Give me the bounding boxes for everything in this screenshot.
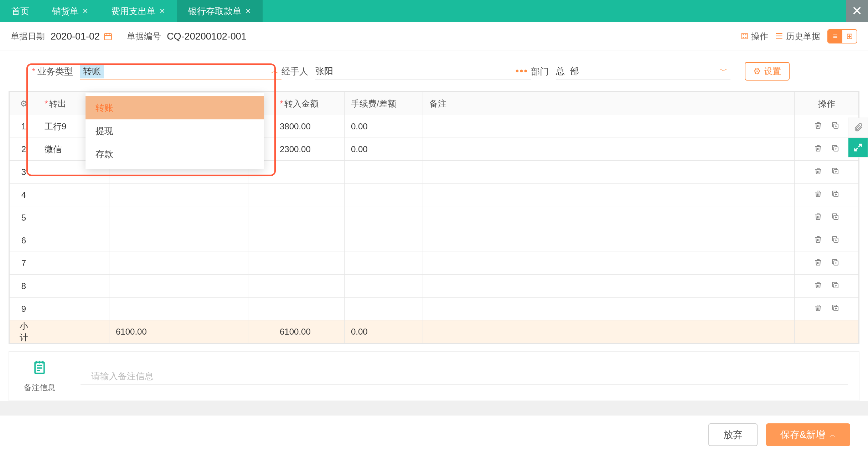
copy-icon[interactable] xyxy=(831,167,839,177)
delete-icon[interactable] xyxy=(814,190,822,200)
chevron-up-icon: ︿ xyxy=(271,66,279,76)
copy-icon[interactable] xyxy=(831,281,839,292)
copy-icon[interactable] xyxy=(831,190,839,200)
list-icon: ☰ xyxy=(775,31,783,41)
doc-no-value: CQ-20200102-001 xyxy=(167,31,247,42)
subtotal-out: 6100.00 xyxy=(109,320,248,344)
tab-expense[interactable]: 费用支出单✕ xyxy=(100,0,177,22)
delete-icon[interactable] xyxy=(814,235,822,246)
remark-input[interactable]: 请输入备注信息 xyxy=(81,367,848,385)
delete-icon[interactable] xyxy=(814,281,822,292)
date-value[interactable]: 2020-01-02 xyxy=(51,31,100,42)
note-icon xyxy=(32,360,47,379)
meta-bar: 单据日期 2020-01-02 单据编号 CQ-20200102-001 ⚃操作… xyxy=(0,22,868,51)
copy-icon[interactable] xyxy=(831,121,839,132)
close-icon[interactable]: ✕ xyxy=(82,7,88,15)
handler-label: 经手人 xyxy=(281,66,308,77)
subtotal-row: 小计 6100.00 6100.00 0.00 xyxy=(10,320,859,344)
table-row[interactable]: 9 xyxy=(10,298,859,320)
side-tools xyxy=(848,118,868,158)
date-label: 单据日期 xyxy=(11,31,45,42)
delete-icon[interactable] xyxy=(814,212,822,223)
copy-icon[interactable] xyxy=(831,235,839,246)
dept-value: 总 部 xyxy=(556,65,580,77)
chevron-up-icon: ︿ xyxy=(830,430,836,439)
delete-icon[interactable] xyxy=(814,167,822,177)
subtotal-in: 6100.00 xyxy=(273,320,345,344)
col-action: 操作 xyxy=(795,92,859,115)
copy-icon[interactable] xyxy=(831,304,839,314)
copy-icon[interactable] xyxy=(831,144,839,155)
view-list-icon[interactable]: ≡ xyxy=(828,30,842,43)
view-card-icon[interactable]: ⊞ xyxy=(842,30,857,43)
table-row[interactable]: 6 xyxy=(10,229,859,252)
copy-icon[interactable] xyxy=(831,258,839,269)
subtotal-label: 小计 xyxy=(10,320,38,344)
biz-type-label: 业务类型 xyxy=(37,66,73,77)
more-icon[interactable]: ••• xyxy=(516,65,528,77)
col-out-account: 转出 xyxy=(49,99,66,108)
biz-type-group: * 业务类型 转账 ︿ xyxy=(32,63,281,79)
biz-type-dropdown: 转账 提现 存款 xyxy=(86,93,264,169)
dropdown-option-withdraw[interactable]: 提现 xyxy=(86,119,264,143)
top-tab-bar: 首页 销货单✕ 费用支出单✕ 银行存取款单✕ ✕ xyxy=(0,0,868,22)
biz-type-value: 转账 xyxy=(80,64,104,78)
subtotal-fee: 0.00 xyxy=(345,320,423,344)
grid-icon: ⚃ xyxy=(741,31,748,41)
col-remark: 备注 xyxy=(423,92,795,115)
delete-icon[interactable] xyxy=(814,258,822,269)
table-row[interactable]: 4 xyxy=(10,184,859,206)
settings-button[interactable]: ⚙ 设置 xyxy=(745,62,790,81)
table-row[interactable]: 8 xyxy=(10,275,859,298)
dept-select[interactable]: 总 部 ﹀ xyxy=(556,63,730,79)
close-icon[interactable]: ✕ xyxy=(245,7,251,15)
svg-rect-0 xyxy=(104,33,112,40)
remark-section: 备注信息 请输入备注信息 xyxy=(9,351,859,401)
copy-icon[interactable] xyxy=(831,212,839,223)
save-and-new-button[interactable]: 保存&新增︿ xyxy=(766,423,850,446)
dept-label: 部门 xyxy=(531,66,549,77)
col-fee: 手续费/差额 xyxy=(345,92,423,115)
dropdown-option-transfer[interactable]: 转账 xyxy=(86,96,264,119)
table-settings-icon[interactable]: ⚙ xyxy=(10,92,38,115)
panel-close-button[interactable]: ✕ xyxy=(846,0,868,22)
col-in-amount: 转入金额 xyxy=(284,99,319,108)
handler-input[interactable]: 张阳 ••• xyxy=(315,63,531,79)
calendar-icon[interactable] xyxy=(103,32,113,41)
handler-group: 经手人 张阳 ••• xyxy=(281,63,531,79)
form-row: * 业务类型 转账 ︿ 经手人 张阳 ••• 部门 总 部 ﹀ ⚙ 设置 xyxy=(0,51,868,88)
delete-icon[interactable] xyxy=(814,121,822,132)
remark-label: 备注信息 xyxy=(24,382,55,393)
operate-button[interactable]: ⚃操作 xyxy=(741,31,768,42)
expand-button[interactable] xyxy=(848,138,868,158)
chevron-down-icon: ﹀ xyxy=(720,66,728,76)
table-row[interactable]: 5 xyxy=(10,206,859,229)
tab-bank[interactable]: 银行存取款单✕ xyxy=(177,0,263,22)
biz-type-select[interactable]: 转账 ︿ xyxy=(80,63,281,79)
delete-icon[interactable] xyxy=(814,144,822,155)
dept-group: 部门 总 部 ﹀ xyxy=(531,63,730,79)
view-toggle[interactable]: ≡ ⊞ xyxy=(827,29,857,43)
handler-value: 张阳 xyxy=(315,65,333,77)
close-icon[interactable]: ✕ xyxy=(159,7,165,15)
cancel-button[interactable]: 放弃 xyxy=(708,423,758,446)
tab-home[interactable]: 首页 xyxy=(0,0,41,22)
tab-sales[interactable]: 销货单✕ xyxy=(41,0,100,22)
dropdown-option-deposit[interactable]: 存款 xyxy=(86,143,264,166)
gear-icon: ⚙ xyxy=(753,66,761,76)
required-mark: * xyxy=(32,67,35,76)
attachment-button[interactable] xyxy=(848,118,868,138)
doc-no-label: 单据编号 xyxy=(127,31,161,42)
footer-bar: 放弃 保存&新增︿ xyxy=(0,415,868,454)
history-button[interactable]: ☰历史单据 xyxy=(775,31,820,42)
table-row[interactable]: 7 xyxy=(10,252,859,275)
delete-icon[interactable] xyxy=(814,304,822,314)
